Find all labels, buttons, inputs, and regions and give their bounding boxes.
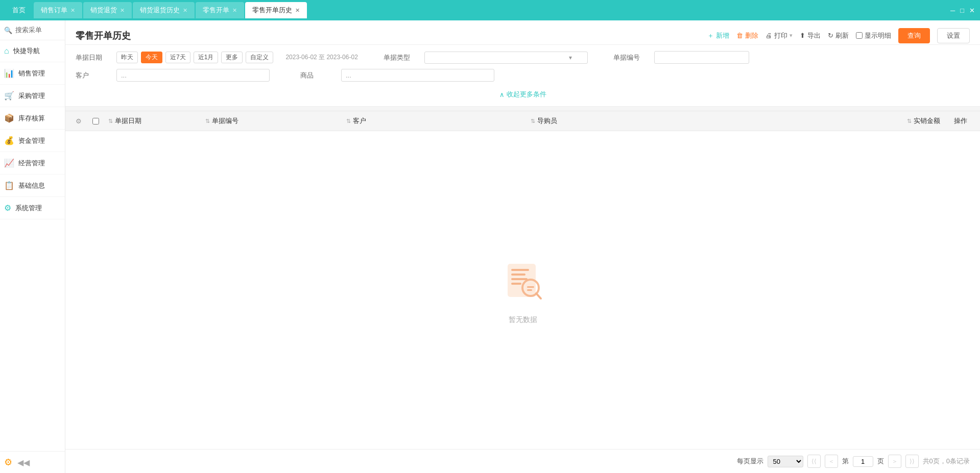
- minimize-btn[interactable]: ─: [950, 7, 955, 14]
- col-no-label: 单据编号: [212, 116, 238, 126]
- collapse-arrow-icon: ∧: [499, 91, 505, 98]
- col-header-action: 操作: [945, 116, 976, 126]
- sidebar-item-finance[interactable]: 💰 资金管理: [0, 130, 65, 152]
- col-date-label: 单据日期: [115, 116, 141, 126]
- last-page-btn[interactable]: ⟩⟩: [905, 455, 919, 468]
- purchase-mgmt-icon: 🛒: [4, 91, 14, 101]
- refresh-icon: ↻: [828, 32, 833, 39]
- tab-retail-open-history[interactable]: 零售开单历史 ✕: [245, 2, 307, 18]
- sidebar-item-purchase-mgmt[interactable]: 🛒 采购管理: [0, 85, 65, 107]
- date-range-display: 2023-06-02 至 2023-06-02: [285, 53, 357, 62]
- tab-sales-return-history[interactable]: 销货退货历史 ✕: [133, 2, 195, 18]
- col-sort-guide-icon[interactable]: ⇅: [531, 118, 535, 125]
- tab-retail-open-history-label: 零售开单历史: [252, 6, 292, 15]
- add-button[interactable]: ＋ 新增: [707, 31, 729, 40]
- yesterday-btn[interactable]: 昨天: [116, 52, 138, 63]
- display-toggle[interactable]: 显示明细: [856, 31, 891, 40]
- maximize-btn[interactable]: □: [960, 7, 964, 14]
- prev-page-btn[interactable]: ＜: [825, 455, 838, 468]
- today-btn[interactable]: 今天: [141, 52, 162, 63]
- select-all-checkbox[interactable]: [92, 118, 99, 125]
- doc-no-label: 单据编号: [613, 53, 644, 62]
- col-sort-no-icon[interactable]: ⇅: [205, 118, 210, 125]
- add-icon: ＋: [707, 31, 714, 40]
- refresh-button[interactable]: ↻ 刷新: [828, 31, 849, 40]
- tab-retail-open-close[interactable]: ✕: [232, 7, 237, 14]
- per-page-select[interactable]: 50 10 20 100: [768, 456, 803, 467]
- svg-rect-2: [511, 273, 525, 276]
- print-arrow-icon: ▾: [790, 32, 793, 39]
- tab-sales-return-history-label: 销货退货历史: [140, 6, 180, 15]
- col-header-no: ⇅ 单据编号: [200, 116, 341, 126]
- sidebar-item-basic-info-label: 基础信息: [18, 181, 45, 190]
- delete-button[interactable]: 🗑 删除: [736, 31, 758, 40]
- sidebar-item-inventory[interactable]: 📦 库存核算: [0, 107, 65, 130]
- print-button[interactable]: 🖨 打印 ▾: [766, 31, 793, 40]
- query-button[interactable]: 查询: [898, 28, 930, 43]
- tab-retail-open-label: 零售开单: [203, 6, 229, 15]
- sales-mgmt-icon: 📊: [4, 68, 14, 78]
- sidebar-item-system-mgmt-label: 系统管理: [15, 204, 42, 213]
- sidebar-item-sales-mgmt[interactable]: 📊 销售管理: [0, 62, 65, 85]
- filter-area: 单据日期 昨天 今天 近7天 近1月 更多 自定义 2023-06-02 至 2…: [65, 45, 980, 107]
- toolbar: ＋ 新增 🗑 删除 🖨 打印 ▾ ⬆ 导出 ↻ 刷新: [707, 28, 970, 43]
- tab-sales-return-history-close[interactable]: ✕: [183, 7, 187, 14]
- tab-retail-open[interactable]: 零售开单 ✕: [196, 2, 244, 18]
- sidebar-item-purchase-mgmt-label: 采购管理: [18, 91, 45, 101]
- export-label: 导出: [807, 31, 821, 40]
- sidebar-item-operation[interactable]: 📈 经营管理: [0, 152, 65, 175]
- sidebar-settings-icon[interactable]: ⚙: [4, 457, 12, 468]
- svg-rect-3: [511, 278, 528, 280]
- tab-retail-open-history-close[interactable]: ✕: [295, 7, 300, 14]
- next-page-btn[interactable]: ＞: [888, 455, 901, 468]
- setting-button[interactable]: 设置: [937, 28, 970, 43]
- close-window-btn[interactable]: ✕: [969, 7, 975, 14]
- col-sort-customer-icon[interactable]: ⇅: [346, 118, 351, 125]
- display-toggle-checkbox[interactable]: [856, 32, 863, 39]
- operation-icon: 📈: [4, 158, 14, 168]
- sidebar-item-system-mgmt[interactable]: ⚙ 系统管理: [0, 197, 65, 219]
- sidebar-bottom: ⚙ ◀◀: [0, 451, 65, 473]
- finance-icon: 💰: [4, 136, 14, 145]
- sidebar-collapse-icon[interactable]: ◀◀: [17, 458, 30, 467]
- doc-type-arrow-icon: ▾: [569, 54, 572, 61]
- first-page-btn[interactable]: ⟨⟨: [807, 455, 821, 468]
- content-area: 零售开单历史 ＋ 新增 🗑 删除 🖨 打印 ▾ ⬆ 导出: [65, 20, 980, 473]
- doc-type-select[interactable]: ▾: [424, 52, 588, 64]
- col-header-guide: ⇅ 导购员: [525, 116, 623, 126]
- last7-btn[interactable]: 近7天: [165, 52, 190, 63]
- custom-btn[interactable]: 自定义: [246, 52, 273, 63]
- tab-sales-return[interactable]: 销货退货 ✕: [83, 2, 132, 18]
- last-month-btn[interactable]: 近1月: [194, 52, 219, 63]
- page-number-input[interactable]: [853, 456, 873, 467]
- collapse-conditions-btn[interactable]: ∧ 收起更多条件: [76, 87, 970, 100]
- tab-sales-order-close[interactable]: ✕: [70, 7, 75, 14]
- date-filter-buttons: 昨天 今天 近7天 近1月 更多 自定义: [116, 52, 273, 63]
- export-button[interactable]: ⬆ 导出: [800, 31, 821, 40]
- sidebar-item-quick-nav[interactable]: ⌂ 快捷导航: [0, 40, 65, 62]
- window-controls: ─ □ ✕: [950, 7, 975, 14]
- sidebar-search[interactable]: 🔍 搜索采单: [0, 20, 65, 40]
- col-sort-date-icon[interactable]: ⇅: [108, 118, 113, 125]
- more-btn[interactable]: 更多: [221, 52, 243, 63]
- col-header-date: ⇅ 单据日期: [103, 116, 200, 126]
- page-header: 零售开单历史 ＋ 新增 🗑 删除 🖨 打印 ▾ ⬆ 导出: [65, 20, 980, 45]
- doc-no-input[interactable]: [654, 51, 749, 64]
- col-sort-amount-icon[interactable]: ⇅: [907, 118, 912, 125]
- tab-sales-return-close[interactable]: ✕: [120, 7, 125, 14]
- table-select-all[interactable]: [88, 118, 103, 125]
- empty-text: 暂无数据: [509, 315, 537, 325]
- filter-row-1: 单据日期 昨天 今天 近7天 近1月 更多 自定义 2023-06-02 至 2…: [76, 51, 970, 64]
- goods-placeholder: ...: [346, 71, 351, 79]
- tab-home[interactable]: 首页: [5, 2, 33, 18]
- col-header-customer: ⇅ 客户: [341, 116, 525, 126]
- customer-placeholder: ...: [121, 71, 127, 79]
- pagination: 每页显示 50 10 20 100 ⟨⟨ ＜ 第 页 ＞ ⟩⟩ 共0页，0条记录: [65, 449, 980, 473]
- goods-input[interactable]: ...: [341, 69, 494, 82]
- col-amount-label: 实销金额: [914, 116, 940, 126]
- tab-sales-order[interactable]: 销售订单 ✕: [34, 2, 82, 18]
- sidebar-item-basic-info[interactable]: 📋 基础信息: [0, 175, 65, 197]
- table-settings-icon[interactable]: ⚙: [69, 117, 88, 125]
- tab-sales-return-label: 销货退货: [90, 6, 117, 15]
- customer-input[interactable]: ...: [116, 69, 270, 82]
